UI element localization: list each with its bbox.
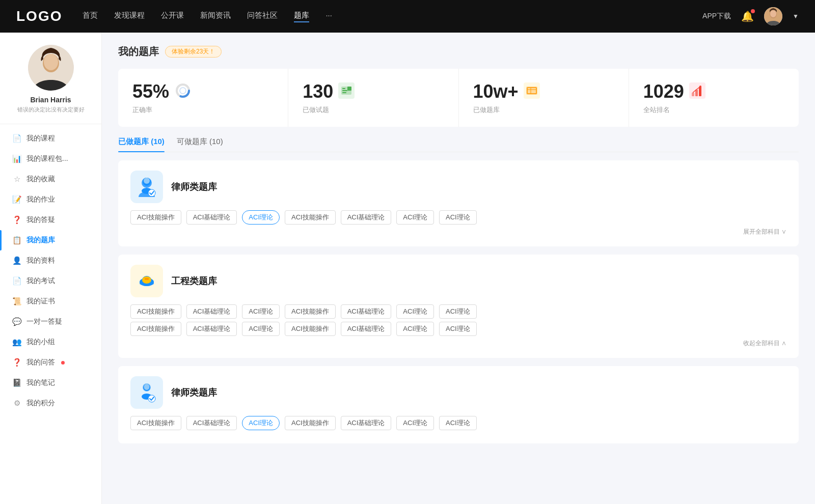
stat-done-label: 已做试题 — [303, 105, 444, 115]
tag[interactable]: ACI理论 — [396, 210, 434, 225]
tag[interactable]: ACI技能操作 — [130, 322, 181, 336]
nav-bank[interactable]: 题库 — [294, 11, 309, 22]
homework-icon: 📝 — [12, 195, 21, 204]
tag-active[interactable]: ACI理论 — [242, 416, 280, 430]
page-header: 我的题库 体验剩余23天！ — [118, 45, 799, 59]
stat-rank-top: 1029 — [643, 81, 784, 102]
sidebar-item-info[interactable]: 👤 我的资料 — [0, 250, 101, 271]
tag[interactable]: ACI理论 — [439, 304, 477, 319]
bank-card-engineer: 工程类题库 ACI技能操作 ACI基础理论 ACI理论 ACI技能操作 ACI基… — [118, 255, 799, 358]
stat-done: 130 已做试题 — [288, 69, 458, 127]
sidebar-label-notes: 我的笔记 — [26, 378, 55, 387]
sidebar-label-package: 我的课程包... — [26, 154, 68, 163]
tag-active[interactable]: ACI理论 — [242, 210, 280, 225]
tag[interactable]: ACI基础理论 — [341, 416, 392, 430]
sidebar-item-collect[interactable]: ☆ 我的收藏 — [0, 169, 101, 189]
exam-icon: 📄 — [12, 276, 21, 286]
expand-link-lawyer-1[interactable]: 展开全部科目 ∨ — [130, 228, 786, 236]
sidebar-label-course: 我的课程 — [26, 134, 55, 143]
sidebar-item-course[interactable]: 📄 我的课程 — [0, 128, 101, 149]
sidebar-item-package[interactable]: 📊 我的课程包... — [0, 149, 101, 169]
sidebar-label-exam: 我的考试 — [26, 276, 55, 286]
svg-point-5 — [44, 54, 58, 70]
tag[interactable]: ACI理论 — [439, 210, 477, 225]
profile-motto: 错误的决定比没有决定要好 — [17, 106, 85, 114]
tag[interactable]: ACI基础理论 — [186, 322, 237, 336]
tag[interactable]: ACI理论 — [242, 322, 280, 336]
tag[interactable]: ACI理论 — [396, 304, 434, 319]
svg-point-37 — [144, 384, 150, 390]
sidebar-label-bank: 我的题库 — [26, 236, 55, 245]
bank-icon: 📋 — [12, 236, 21, 245]
svg-rect-14 — [347, 87, 351, 91]
tag[interactable]: ACI技能操作 — [285, 416, 336, 430]
sidebar-item-tutor[interactable]: 💬 一对一答疑 — [0, 312, 101, 332]
collapse-link-engineer[interactable]: 收起全部科目 ∧ — [130, 339, 786, 348]
nav-more[interactable]: ··· — [325, 11, 332, 22]
sidebar-item-homework[interactable]: 📝 我的作业 — [0, 189, 101, 210]
user-dropdown-icon[interactable]: ▼ — [793, 13, 799, 20]
bank-card-lawyer-1-tags: ACI技能操作 ACI基础理论 ACI理论 ACI技能操作 ACI基础理论 AC… — [130, 210, 786, 225]
nav-home[interactable]: 首页 — [83, 11, 98, 22]
tab-available-banks[interactable]: 可做题库 (10) — [177, 137, 223, 152]
tabs-row: 已做题库 (10) 可做题库 (10) — [118, 137, 799, 152]
app-download-btn[interactable]: APP下载 — [702, 12, 731, 21]
bank-card-lawyer-2-header: 律师类题库 — [130, 376, 786, 409]
sidebar-label-tutor: 一对一答疑 — [26, 317, 62, 326]
sidebar-item-ask[interactable]: ❓ 我的问答 — [0, 352, 101, 373]
svg-rect-13 — [342, 92, 346, 93]
tag[interactable]: ACI技能操作 — [285, 304, 336, 319]
tag[interactable]: ACI技能操作 — [285, 210, 336, 225]
sidebar-label-info: 我的资料 — [26, 256, 55, 265]
sidebar-item-exam[interactable]: 📄 我的考试 — [0, 271, 101, 291]
tag[interactable]: ACI理论 — [439, 416, 477, 430]
bell-dot — [751, 9, 755, 13]
nav-news[interactable]: 新闻资讯 — [200, 11, 231, 22]
nav-discover[interactable]: 发现课程 — [114, 11, 145, 22]
sidebar-item-qa[interactable]: ❓ 我的答疑 — [0, 210, 101, 230]
tag[interactable]: ACI技能操作 — [285, 322, 336, 336]
sidebar-item-notes[interactable]: 📓 我的笔记 — [0, 373, 101, 393]
sidebar-label-group: 我的小组 — [26, 338, 55, 347]
tag[interactable]: ACI基础理论 — [341, 304, 392, 319]
bell-icon[interactable]: 🔔 — [741, 10, 754, 22]
tab-done-banks[interactable]: 已做题库 (10) — [118, 137, 165, 152]
bank-card-engineer-tags-2: ACI技能操作 ACI基础理论 ACI理论 ACI技能操作 ACI基础理论 AC… — [130, 322, 786, 336]
tag[interactable]: ACI技能操作 — [130, 210, 181, 225]
done-icon — [338, 82, 355, 101]
stat-accuracy-top: 55% — [132, 81, 274, 102]
svg-point-8 — [180, 88, 186, 94]
ask-notification-dot — [61, 361, 65, 365]
tag[interactable]: ACI基础理论 — [186, 304, 237, 319]
tag[interactable]: ACI理论 — [242, 304, 280, 319]
tag[interactable]: ACI基础理论 — [341, 210, 392, 225]
ask-icon: ❓ — [12, 358, 21, 367]
tag[interactable]: ACI基础理论 — [186, 416, 237, 430]
tag[interactable]: ACI理论 — [439, 322, 477, 336]
main-content: 我的题库 体验剩余23天！ 55% 正确率 — [102, 33, 815, 504]
stat-banks-top: 10w+ — [473, 81, 614, 102]
tag[interactable]: ACI基础理论 — [186, 210, 237, 225]
tag[interactable]: ACI理论 — [396, 416, 434, 430]
nav-open-course[interactable]: 公开课 — [161, 11, 184, 22]
notes-icon: 📓 — [12, 378, 21, 387]
tag[interactable]: ACI基础理论 — [341, 322, 392, 336]
sidebar-item-group[interactable]: 👥 我的小组 — [0, 332, 101, 352]
avatar — [28, 45, 74, 91]
nav-menu: 首页 发现课程 公开课 新闻资讯 问答社区 题库 ··· — [83, 11, 702, 22]
nav-qa[interactable]: 问答社区 — [247, 11, 278, 22]
user-avatar[interactable] — [764, 7, 782, 25]
sidebar-item-points[interactable]: ⚙ 我的积分 — [0, 393, 101, 413]
points-icon: ⚙ — [12, 399, 21, 408]
bank-card-lawyer-1: 律师类题库 ACI技能操作 ACI基础理论 ACI理论 ACI技能操作 ACI基… — [118, 160, 799, 246]
tag[interactable]: ACI理论 — [396, 322, 434, 336]
tag[interactable]: ACI技能操作 — [130, 416, 181, 430]
sidebar-item-cert[interactable]: 📜 我的证书 — [0, 291, 101, 312]
rank-icon — [689, 82, 705, 101]
svg-rect-11 — [342, 88, 345, 89]
sidebar-item-bank[interactable]: 📋 我的题库 — [0, 230, 101, 250]
tag[interactable]: ACI技能操作 — [130, 304, 181, 319]
stats-row: 55% 正确率 130 — [118, 69, 799, 127]
page-title: 我的题库 — [118, 45, 159, 59]
svg-point-27 — [144, 178, 150, 184]
